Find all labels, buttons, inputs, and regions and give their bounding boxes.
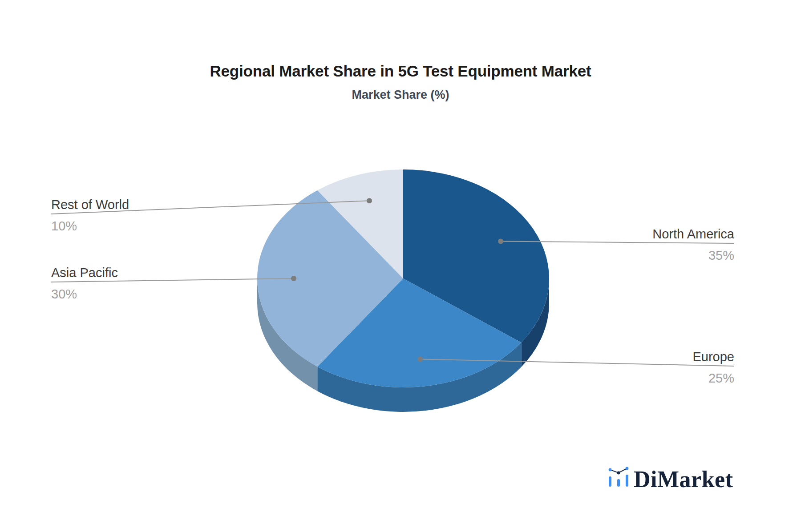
slice-percentage: 25% [543,371,734,386]
slice-name: Europe [543,348,734,365]
logo-text: DiMarket [634,467,733,492]
slice-label-north-america: North America 35% [543,226,734,263]
bar-line-chart-icon [606,464,629,488]
slice-name: North America [543,226,734,242]
chart-canvas: Regional Market Share in 5G Test Equipme… [0,0,801,532]
slice-percentage: 35% [543,248,734,263]
slice-label-rest-of-world: Rest of World 10% [51,196,243,234]
leader-dot-asia-pacific [291,276,296,281]
slice-percentage: 30% [51,286,243,302]
leader-dot-europe [417,356,423,362]
slice-name: Rest of World [51,196,243,213]
slice-label-asia-pacific: Asia Pacific 30% [51,264,243,302]
slice-percentage: 10% [51,218,243,234]
leader-dot-rest-of-world [367,198,372,203]
slice-name: Asia Pacific [51,264,243,281]
leader-dot-north-america [498,239,503,244]
slice-label-europe: Europe 25% [543,348,734,386]
